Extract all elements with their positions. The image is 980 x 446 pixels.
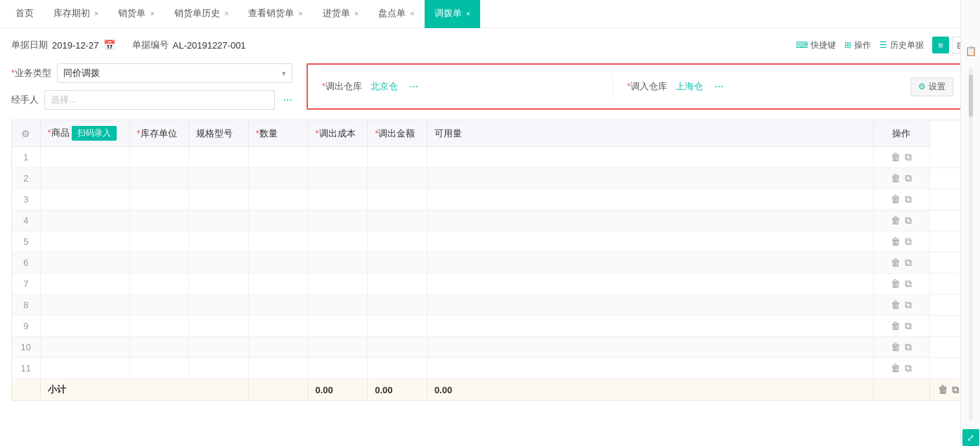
tab-inventory-check[interactable]: 盘点单 × [368,0,424,28]
cell-cost[interactable] [308,295,368,316]
delete-icon[interactable]: 🗑 [891,320,901,332]
copy-icon[interactable]: ⧉ [905,193,912,205]
delete-icon[interactable]: 🗑 [891,193,901,205]
copy-icon[interactable]: ⧉ [905,320,912,332]
cell-product[interactable] [40,316,129,337]
cell-qty[interactable] [248,274,308,295]
cell-cost[interactable] [308,358,368,379]
cell-cost[interactable] [308,316,368,337]
copy-icon[interactable]: ⧉ [905,151,912,163]
cell-spec[interactable] [189,274,249,295]
cell-cost[interactable] [308,253,368,274]
delete-icon[interactable]: 🗑 [891,362,901,374]
list-view-button[interactable]: ≡ [932,37,949,53]
shortcut-button[interactable]: ⌨ 快捷键 [796,39,836,51]
copy-icon[interactable]: ⧉ [905,172,912,184]
cell-cost[interactable] [308,231,368,253]
cell-qty[interactable] [248,337,308,358]
copy-icon[interactable]: ⧉ [905,215,912,227]
tab-view-sales[interactable]: 查看销货单 × [238,0,312,28]
cell-spec[interactable] [189,337,249,358]
tab-close-sales-order[interactable]: × [150,9,154,18]
delete-icon[interactable]: 🗑 [891,257,901,269]
cell-product[interactable] [40,253,129,274]
cell-product[interactable] [40,358,129,379]
cell-amount[interactable] [368,210,427,231]
cell-amount[interactable] [368,189,427,210]
cell-cost[interactable] [308,337,368,358]
cell-qty[interactable] [248,210,308,231]
cell-amount[interactable] [368,231,427,253]
table-gear-icon[interactable]: ⚙ [21,128,30,139]
copy-icon[interactable]: ⧉ [905,278,912,290]
cell-spec[interactable] [189,147,249,168]
tab-sales-history[interactable]: 销货单历史 × [165,0,238,28]
delete-icon[interactable]: 🗑 [891,341,901,353]
cell-product[interactable] [40,295,129,316]
cell-amount[interactable] [368,337,427,358]
cell-unit[interactable] [129,358,189,379]
operation-button[interactable]: ⊞ 操作 [844,39,871,51]
copy-icon[interactable]: ⧉ [905,257,912,269]
cell-unit[interactable] [129,337,189,358]
delete-icon[interactable]: 🗑 [891,236,901,248]
tab-transfer-order[interactable]: 调拨单 × [425,0,480,28]
out-warehouse-more-button[interactable]: ··· [409,80,418,93]
agent-more-button[interactable]: ··· [283,94,292,106]
scan-button[interactable]: 扫码录入 [72,126,117,141]
business-type-select[interactable]: 同价调拨 ▾ [57,63,292,83]
cell-qty[interactable] [248,295,308,316]
tab-sales-order[interactable]: 销货单 × [108,0,164,28]
cell-unit[interactable] [129,210,189,231]
cell-cost[interactable] [308,168,368,189]
tab-purchase-order[interactable]: 进货单 × [313,0,368,28]
cell-unit[interactable] [129,168,189,189]
cell-spec[interactable] [189,231,249,253]
cell-cost[interactable] [308,274,368,295]
cell-unit[interactable] [129,316,189,337]
cell-qty[interactable] [248,147,308,168]
cell-amount[interactable] [368,168,427,189]
cell-spec[interactable] [189,295,249,316]
calendar-icon[interactable]: 📅 [103,39,115,51]
agent-select[interactable]: 选择... [44,90,275,110]
cell-amount[interactable] [368,253,427,274]
cell-amount[interactable] [368,358,427,379]
cell-product[interactable] [40,337,129,358]
cell-qty[interactable] [248,189,308,210]
cell-unit[interactable] [129,231,189,253]
tab-close-sales-history[interactable]: × [224,9,228,18]
tab-close-transfer-order[interactable]: × [466,9,470,18]
footer-copy-icon[interactable]: ⧉ [952,384,959,396]
cell-amount[interactable] [368,274,427,295]
delete-icon[interactable]: 🗑 [891,215,901,227]
copy-icon[interactable]: ⧉ [905,299,912,311]
note-panel-button[interactable]: 📋 [962,42,979,59]
delete-icon[interactable]: 🗑 [891,151,901,163]
cell-spec[interactable] [189,316,249,337]
cell-qty[interactable] [248,231,308,253]
cell-unit[interactable] [129,295,189,316]
copy-icon[interactable]: ⧉ [905,236,912,248]
scrollbar-thumb[interactable] [969,75,973,117]
cell-product[interactable] [40,274,129,295]
cell-product[interactable] [40,189,129,210]
cell-cost[interactable] [308,189,368,210]
tab-close-inventory-init[interactable]: × [94,9,98,18]
delete-icon[interactable]: 🗑 [891,299,901,311]
cell-unit[interactable] [129,147,189,168]
cell-product[interactable] [40,210,129,231]
cell-qty[interactable] [248,168,308,189]
cell-spec[interactable] [189,358,249,379]
tab-close-purchase-order[interactable]: × [354,9,359,18]
copy-icon[interactable]: ⧉ [905,341,912,353]
cell-unit[interactable] [129,189,189,210]
tab-close-inventory-check[interactable]: × [410,9,414,18]
cell-spec[interactable] [189,210,249,231]
cell-cost[interactable] [308,147,368,168]
cell-product[interactable] [40,231,129,253]
cell-amount[interactable] [368,147,427,168]
in-warehouse-more-button[interactable]: ··· [714,80,723,93]
cell-unit[interactable] [129,274,189,295]
delete-icon[interactable]: 🗑 [891,278,901,290]
